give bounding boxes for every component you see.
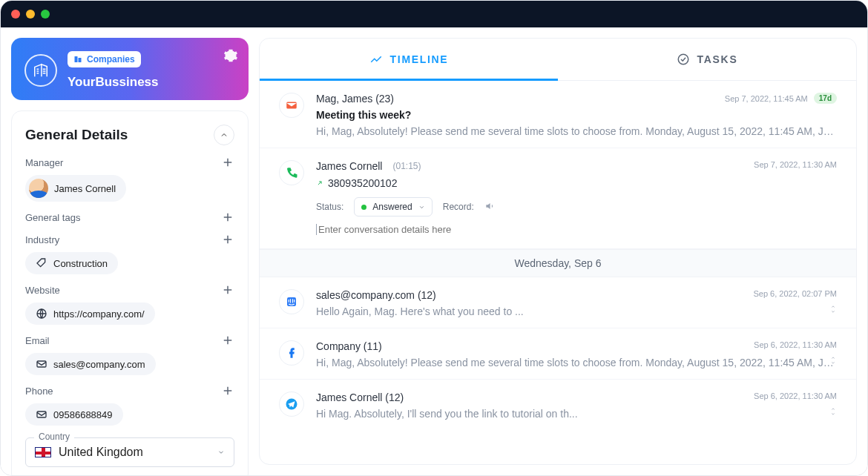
company-header-card: Companies YourBussiness — [11, 38, 249, 100]
website-chip[interactable]: https://company.com/ — [25, 303, 155, 325]
timeline-time: Sep 7, 2022, 11:45 AM — [725, 94, 808, 103]
facebook-icon — [279, 340, 304, 366]
svg-rect-3 — [37, 361, 46, 367]
manager-chip[interactable]: James Cornell — [25, 175, 126, 202]
manager-label: Manager — [25, 157, 63, 168]
timeline-author: James Cornell (12) — [316, 391, 404, 403]
tab-tasks-label: TASKS — [697, 53, 738, 65]
content-area: Companies YourBussiness General Details … — [1, 27, 867, 475]
intercom-icon — [279, 289, 304, 314]
add-manager-button[interactable] — [221, 156, 234, 169]
industry-value: Construction — [53, 258, 108, 269]
expand-icon[interactable] — [829, 355, 837, 366]
country-label: Country — [34, 432, 74, 442]
maximize-window-icon[interactable] — [41, 10, 50, 19]
chevron-down-icon — [217, 449, 225, 456]
globe-icon — [36, 308, 47, 320]
industry-chip[interactable]: Construction — [25, 252, 118, 274]
left-pane: Companies YourBussiness General Details … — [11, 38, 249, 465]
add-website-button[interactable] — [221, 283, 234, 297]
telegram-icon — [279, 391, 304, 417]
timeline-time: Sep 6, 2022, 11:30 AM — [754, 340, 837, 349]
timeline-time: Sep 6, 2022, 02:07 PM — [753, 289, 837, 298]
tags-label: General tags — [25, 212, 80, 223]
tag-icon — [36, 257, 47, 269]
call-duration: (01:15) — [392, 161, 421, 171]
timeline-feed[interactable]: Mag, James (23) Meeting this week? Hi, M… — [260, 81, 856, 464]
timeline-preview: Hello Again, Mag. Here's what you need t… — [316, 305, 837, 317]
flag-icon — [35, 447, 51, 457]
company-title: YourBussiness — [68, 75, 159, 90]
timeline-preview: Hi, Mag, Absolutely! Please send me seve… — [316, 125, 837, 137]
avatar — [29, 179, 48, 198]
settings-icon[interactable] — [223, 48, 238, 63]
email-chip[interactable]: sales@company.com — [25, 353, 156, 375]
outgoing-arrow-icon — [316, 176, 323, 190]
call-icon — [279, 160, 304, 185]
timeline-icon — [369, 53, 383, 66]
svg-point-5 — [678, 54, 688, 65]
phone-value: 09586688849 — [53, 409, 113, 420]
timeline-time: Sep 6, 2022, 11:30 AM — [754, 391, 837, 400]
tab-timeline-label: TIMELINE — [390, 53, 449, 65]
manager-name: James Cornell — [54, 183, 116, 194]
timeline-author: sales@company.com (12) — [316, 289, 436, 301]
tasks-icon — [677, 53, 690, 66]
expand-icon[interactable] — [829, 304, 837, 314]
phone-label: Phone — [25, 386, 53, 397]
building-icon — [24, 54, 57, 87]
phone-chip[interactable]: 09586688849 — [25, 403, 123, 426]
timeline-item[interactable]: sales@company.com (12) Hello Again, Mag.… — [260, 277, 856, 328]
timeline-author: Company (11) — [316, 340, 382, 352]
close-window-icon[interactable] — [11, 10, 20, 19]
status-label: Status: — [316, 202, 343, 212]
call-status-select[interactable]: Answered — [354, 197, 432, 216]
chevron-down-icon — [418, 204, 425, 211]
svg-rect-0 — [75, 56, 78, 62]
svg-rect-4 — [37, 411, 46, 417]
day-divider: Wednesday, Sep 6 — [260, 249, 856, 277]
email-value: sales@company.com — [53, 359, 145, 370]
general-details-panel: General Details Manager James Cornell Ge… — [11, 110, 249, 475]
record-label: Record: — [443, 202, 474, 212]
timeline-preview: Hi Mag. Absolutely, I'll send you the li… — [316, 408, 837, 420]
collapse-panel-button[interactable] — [214, 125, 234, 145]
breadcrumb-label: Companies — [87, 54, 135, 65]
panel-title: General Details — [25, 127, 128, 143]
timeline-time: Sep 7, 2022, 11:30 AM — [754, 160, 837, 169]
conversation-details-input[interactable] — [316, 224, 837, 235]
mail-icon — [36, 409, 47, 420]
mail-icon — [36, 358, 47, 370]
add-email-button[interactable] — [221, 334, 234, 347]
tab-timeline[interactable]: TIMELINE — [260, 39, 558, 80]
add-industry-button[interactable] — [221, 233, 234, 246]
website-value: https://company.com/ — [53, 308, 145, 320]
timeline-item[interactable]: Company (11) Hi, Mag, Absolutely! Please… — [260, 328, 856, 380]
minimize-window-icon[interactable] — [26, 10, 35, 19]
window-titlebar — [1, 1, 867, 27]
right-pane: TIMELINE TASKS Mag, James (23) Meeting t… — [259, 38, 857, 465]
timeline-author: Mag, James (23) — [316, 93, 394, 105]
timeline-item[interactable]: James Cornell (12) Hi Mag. Absolutely, I… — [260, 380, 856, 430]
expand-icon[interactable] — [829, 406, 837, 417]
status-value: Answered — [372, 202, 412, 212]
timeline-subject: Meeting this week? — [316, 109, 837, 121]
country-value: United Kingdom — [59, 446, 143, 459]
timeline-item[interactable]: James Cornell (01:15) 380935200102 Statu… — [260, 148, 856, 249]
play-recording-button[interactable] — [484, 201, 495, 214]
breadcrumb-companies[interactable]: Companies — [68, 51, 141, 67]
email-label: Email — [25, 335, 50, 346]
svg-rect-1 — [79, 58, 82, 62]
timeline-author: James Cornell — [316, 160, 382, 172]
age-badge: 17d — [814, 93, 837, 104]
app-window: Companies YourBussiness General Details … — [0, 0, 868, 476]
timeline-item[interactable]: Mag, James (23) Meeting this week? Hi, M… — [260, 81, 856, 148]
status-dot-icon — [361, 205, 366, 210]
add-phone-button[interactable] — [221, 384, 234, 397]
timeline-preview: Hi, Mag, Absolutely! Please send me seve… — [316, 357, 837, 368]
industry-label: Industry — [25, 234, 59, 245]
website-label: Website — [25, 285, 60, 296]
add-tag-button[interactable] — [221, 211, 234, 224]
tab-tasks[interactable]: TASKS — [558, 39, 856, 80]
country-field[interactable]: Country United Kingdom — [25, 437, 234, 467]
